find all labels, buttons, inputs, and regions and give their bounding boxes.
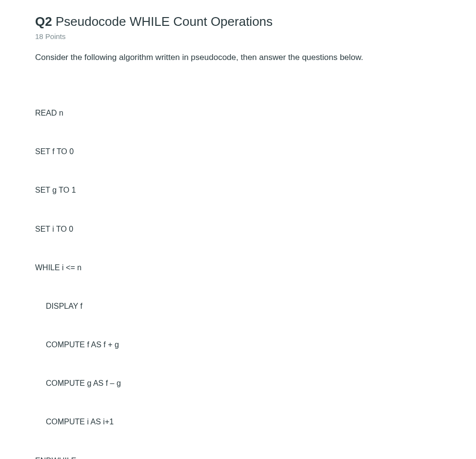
- pseudocode-block: READ n SET f TO 0 SET g TO 1 SET i TO 0 …: [35, 81, 441, 459]
- code-line: READ n: [35, 107, 441, 120]
- question-title-text: Pseudocode WHILE Count Operations: [56, 14, 273, 29]
- code-line: SET i TO 0: [35, 223, 441, 236]
- code-line: COMPUTE f AS f + g: [46, 339, 441, 351]
- question-number: Q2: [35, 14, 52, 29]
- code-line: WHILE i <= n: [35, 261, 441, 274]
- code-line: SET g TO 1: [35, 184, 441, 197]
- code-line: ENDWHILE: [35, 455, 441, 459]
- question-intro: Consider the following algorithm written…: [35, 51, 441, 64]
- code-line: DISPLAY f: [46, 300, 441, 313]
- code-line: SET f TO 0: [35, 145, 441, 158]
- question-container: Q2 Pseudocode WHILE Count Operations 18 …: [0, 0, 476, 459]
- code-line: COMPUTE i AS i+1: [46, 416, 441, 428]
- question-points: 18 Points: [35, 32, 441, 40]
- question-title: Q2 Pseudocode WHILE Count Operations: [35, 14, 441, 30]
- code-line: COMPUTE g AS f – g: [46, 377, 441, 390]
